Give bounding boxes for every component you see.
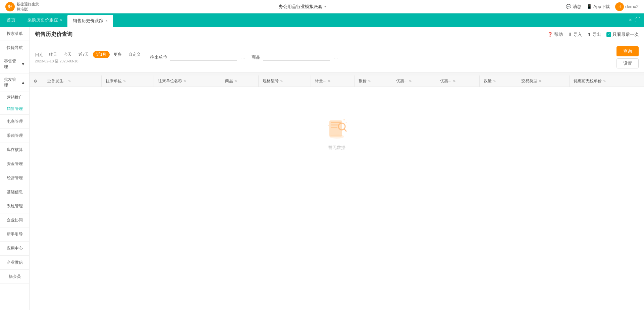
table-header-row: ⚙ 业务发生... ⇅ 往来单位 ⇅	[30, 75, 644, 87]
sidebar-item-sales-mgmt[interactable]: 销售管理	[0, 103, 29, 115]
svg-point-8	[346, 122, 347, 123]
quick-nav-label: 快捷导航	[3, 45, 26, 51]
tab-close-all-button[interactable]: ×	[629, 17, 632, 23]
sidebar-item-enterprise-collab[interactable]: 企业协同	[0, 213, 29, 227]
sort-unit-name-icon: ⇅	[183, 79, 186, 83]
sort-spec-icon: ⇅	[280, 79, 283, 83]
sidebar-item-membership[interactable]: 畅会员	[0, 270, 29, 284]
retail-mgmt-label: 零售管理	[4, 58, 20, 70]
svg-point-9	[328, 125, 329, 126]
app-download-button[interactable]: 📱 App下载	[587, 4, 610, 10]
date-btn-custom[interactable]: 自定义	[126, 51, 143, 58]
sort-quantity-icon: ⇅	[493, 79, 496, 83]
sidebar-item-quick-nav[interactable]: 快捷导航	[0, 41, 29, 55]
tab-maximize-button[interactable]: ⛶	[635, 17, 641, 23]
sort-product-icon: ⇅	[234, 79, 237, 83]
app-title-dropdown[interactable]: ▾	[324, 5, 326, 8]
date-btn-7days[interactable]: 近7天	[76, 51, 92, 58]
col-product[interactable]: 商品 ⇅	[221, 75, 258, 87]
sidebar-item-operations[interactable]: 经营管理	[0, 171, 29, 185]
date-btn-yesterday[interactable]: 昨天	[46, 51, 60, 58]
top-bar-center: 办公用品行业模拟账套 ▾	[279, 4, 326, 10]
sidebar-item-newbie-guide[interactable]: 新手引导	[0, 227, 29, 242]
sort-unit-code-icon: ⇅	[123, 79, 126, 83]
gear-icon[interactable]: ⚙	[34, 79, 37, 84]
date-btn-today[interactable]: 今天	[61, 51, 74, 58]
col-unit-name[interactable]: 往来单位名称 ⇅	[154, 75, 221, 87]
settings-button[interactable]: 设置	[616, 58, 639, 68]
sidebar-item-basic-info[interactable]: 基础信息	[0, 185, 29, 199]
sidebar-item-inventory[interactable]: 库存核算	[0, 143, 29, 157]
top-bar-right: 💬 消息 📱 App下载 d demo2	[566, 2, 639, 11]
col-unit[interactable]: 计量... ⇅	[311, 75, 354, 87]
svg-rect-3	[331, 124, 339, 125]
tab-purchase-close-icon[interactable]: ×	[60, 18, 62, 22]
col-settings[interactable]: ⚙	[30, 75, 43, 87]
col-discount2[interactable]: 优惠... ⇅	[436, 75, 479, 87]
product-picker[interactable]: ...	[334, 55, 338, 60]
col-unit-code[interactable]: 往来单位 ⇅	[101, 75, 154, 87]
from-unit-input[interactable]	[170, 54, 237, 61]
sort-quote-icon: ⇅	[368, 79, 371, 83]
sort-unit-icon: ⇅	[328, 79, 330, 83]
col-spec[interactable]: 规格型号 ⇅	[258, 75, 311, 87]
date-btn-1month[interactable]: 近1月	[93, 51, 110, 58]
sort-biz-date-icon: ⇅	[68, 79, 71, 83]
sidebar-item-system-mgmt[interactable]: 系统管理	[0, 199, 29, 213]
svg-point-7	[343, 119, 345, 120]
tab-sales-history[interactable]: 销售历史价跟踪 ×	[67, 15, 113, 27]
svg-line-6	[344, 129, 346, 131]
sidebar-item-finance-mgmt[interactable]: 资金管理	[0, 157, 29, 171]
wholesale-mgmt-arrow-icon: ▲	[21, 80, 25, 85]
sidebar-item-retail-mgmt[interactable]: 零售管理 ▼	[0, 55, 29, 73]
col-quote[interactable]: 报价 ⇅	[355, 75, 392, 87]
sidebar-item-wholesale-mgmt[interactable]: 批发管理 ▲	[0, 73, 29, 92]
user-profile[interactable]: d demo2	[615, 2, 639, 11]
tab-home[interactable]: 首页	[0, 13, 22, 27]
download-icon: 📱	[587, 4, 592, 9]
data-table: ⚙ 业务发生... ⇅ 往来单位 ⇅	[30, 75, 644, 87]
filter-row: 日期 昨天 今天 近7天 近1月 更多 自定义 2023-02-18 至 202…	[35, 46, 639, 68]
sidebar-item-search-menu[interactable]: 搜索菜单	[0, 27, 29, 41]
page-title: 销售历史价查询	[35, 31, 72, 38]
product-label: 商品	[252, 54, 260, 60]
export-icon: ⬆	[587, 32, 591, 37]
table-header: ⚙ 业务发生... ⇅ 往来单位 ⇅	[30, 75, 644, 87]
date-buttons: 昨天 今天 近7天 近1月 更多 自定义	[46, 51, 143, 58]
tab-sales-close-icon[interactable]: ×	[105, 19, 107, 23]
date-btn-more[interactable]: 更多	[111, 51, 124, 58]
empty-illustration	[323, 114, 350, 141]
empty-state: 暂无数据	[30, 87, 644, 177]
query-button[interactable]: 查询	[616, 46, 639, 56]
top-bar-left: 好 畅捷通好生意 标准版	[5, 2, 39, 11]
product-filter: 商品 ...	[252, 54, 338, 61]
table-area: ⚙ 业务发生... ⇅ 往来单位 ⇅	[30, 75, 644, 310]
sidebar-item-enterprise-wechat[interactable]: 企业微信	[0, 256, 29, 270]
col-tax-free-price[interactable]: 优惠前无税单价 ⇅	[569, 75, 644, 87]
message-button[interactable]: 💬 消息	[566, 4, 581, 10]
main-layout: 搜索菜单 快捷导航 零售管理 ▼ 批发管理 ▲ 营销推广 销售管理 电商管理 采…	[0, 27, 644, 310]
import-button[interactable]: ⬇ 导入	[568, 32, 582, 38]
sidebar-item-ecommerce[interactable]: 电商管理	[0, 115, 29, 129]
filter-area: 日期 昨天 今天 近7天 近1月 更多 自定义 2023-02-18 至 202…	[30, 42, 644, 73]
col-quantity[interactable]: 数量 ⇅	[479, 75, 517, 87]
sidebar: 搜索菜单 快捷导航 零售管理 ▼ 批发管理 ▲ 营销推广 销售管理 电商管理 采…	[0, 27, 30, 310]
export-button[interactable]: ⬆ 导出	[587, 32, 601, 38]
product-input[interactable]	[263, 54, 330, 61]
from-unit-label: 往来单位	[150, 54, 167, 60]
help-icon: ❓	[547, 32, 553, 37]
tab-purchase-history[interactable]: 采购历史价跟踪 ×	[22, 13, 67, 27]
sidebar-item-purchase-mgmt[interactable]: 采购管理	[0, 129, 29, 143]
from-unit-picker[interactable]: ...	[241, 55, 245, 60]
last-only-checkbox[interactable]: ✓ 只看最后一次	[606, 32, 639, 38]
sidebar-item-marketing[interactable]: 营销推广	[0, 92, 29, 103]
sort-tax-free-icon: ⇅	[603, 79, 606, 83]
col-discount1[interactable]: 优惠... ⇅	[392, 75, 436, 87]
svg-rect-2	[331, 122, 341, 123]
message-icon: 💬	[566, 4, 571, 9]
help-button[interactable]: ❓ 帮助	[547, 32, 563, 38]
col-biz-date[interactable]: 业务发生... ⇅	[43, 75, 101, 87]
avatar: d	[615, 2, 624, 11]
sidebar-item-app-center[interactable]: 应用中心	[0, 242, 29, 256]
col-trade-type[interactable]: 交易类型 ⇅	[517, 75, 569, 87]
